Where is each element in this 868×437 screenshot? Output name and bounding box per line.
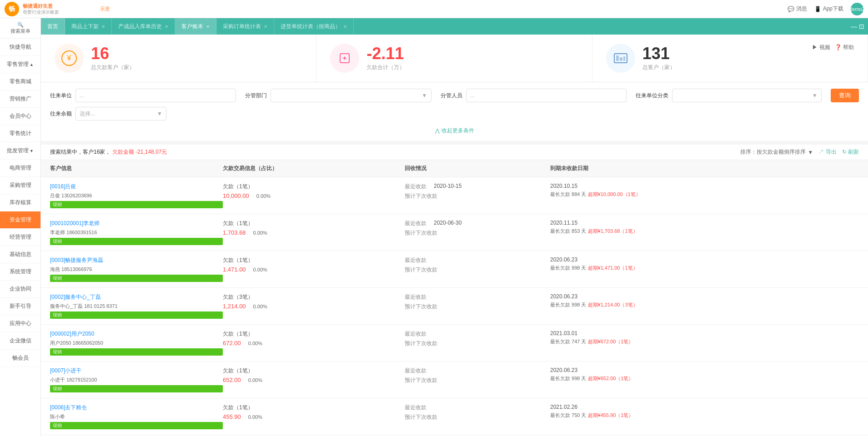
overdue-info-cell: 2020.06.23 最长欠款 998 天 超期¥652.00（1笔） (550, 367, 859, 392)
sidebar-item-operations[interactable]: 经营管理 (0, 229, 40, 246)
overdue-info-cell: 2020.06.23 最长欠款 998 天 超期¥1,214.00（3笔） (550, 293, 859, 319)
overdue-link[interactable]: 超期¥1,214.00（3笔） (588, 302, 638, 307)
message-btn[interactable]: 💬 消息 (788, 5, 807, 13)
unit-category-input[interactable]: ▼ (672, 89, 822, 102)
overdue-info-cell: 2020.11.15 最长欠款 853 天 超期¥1,703.68（1笔） (550, 220, 859, 245)
sidebar-item-beginner[interactable]: 新手引导 (0, 298, 40, 315)
tab-home[interactable]: 首页 (41, 18, 65, 35)
brand-link[interactable]: 示意 (100, 5, 110, 12)
customer-name[interactable]: [0003]畅捷服务尹海蕊 (50, 256, 223, 264)
sidebar-item-wholesale-mgmt[interactable]: 批发管理 ▼ (0, 142, 40, 160)
customer-contact: 服务中心_丁磊 181 0125 8371 (50, 303, 223, 310)
collapse-filter-btn[interactable]: ⋀ 收起更多条件 (50, 125, 859, 136)
overdue-link[interactable]: 超期¥1,471.00（1笔） (588, 265, 638, 271)
customer-tag: 现销 (50, 201, 223, 208)
debt-info-cell: 欠款（3笔） 1,214.00 0.00% (223, 293, 405, 319)
sidebar-item-enterprise-collab[interactable]: 企业协同 (0, 281, 40, 298)
sidebar: 🔍 搜索菜单 快捷导航 零售管理 ▲ 零售商城 营销推广 会员中心 零售统计 (0, 18, 41, 437)
tab-close-purchase-product-stats[interactable]: ✕ (343, 24, 347, 29)
brand-name: 畅捷通好生意 (23, 3, 59, 9)
video-btn[interactable]: ▶ 视频 (812, 44, 830, 51)
sidebar-item-basic-info[interactable]: 基础信息 (0, 246, 40, 263)
overdue-link[interactable]: 超期¥10,000.00（1笔） (588, 191, 641, 197)
tab-customer-ledger[interactable]: 客户账本 ✕ (175, 18, 216, 35)
table-row: [0006]去下粮仓 陈小希 现销 欠款（1笔） 455.90 0.00% 最近… (41, 398, 868, 435)
result-bar: 搜索结果中，客户16家， 欠款金额 -21,148.07元 排序：按欠款金额倒序… (41, 145, 868, 160)
person-input[interactable]: ... (466, 89, 627, 102)
overdue-link[interactable]: 超期¥652.00（1笔） (588, 376, 634, 381)
table-body: [0016]吕俊 吕俊 13026203696 现销 欠款（1笔） 10,000… (41, 177, 868, 437)
sidebar-item-retail-mall[interactable]: 零售商城 (0, 73, 40, 90)
balance-input[interactable]: 选择... ▼ (75, 107, 166, 121)
sidebar-item-inventory[interactable]: 库存核算 (0, 194, 40, 211)
overdue-link[interactable]: 超期¥672.00（1笔） (588, 339, 634, 344)
customer-name[interactable]: [0007]小进干 (50, 367, 223, 375)
table-row: [000001]黄思源 黄思源 13552700226 现销 欠款（1笔） 42… (41, 435, 868, 437)
stat-card-total-customers: 131 总客户（家） ▶ 视频 ❓ 帮助 (592, 35, 868, 82)
customer-name[interactable]: [000002]用户2050 (50, 330, 223, 338)
debt-label: 欠款（1笔） (223, 256, 405, 264)
overdue-date: 2020.06.23 (550, 256, 859, 263)
sort-dropdown[interactable]: 排序：按欠款金额倒序排序 ▼ (740, 148, 813, 156)
tab-close-purchase-stats[interactable]: ✕ (264, 24, 267, 29)
tab-minimize-icon[interactable]: — (851, 23, 857, 30)
col-debt-info: 欠款交易信息（占比） (223, 165, 405, 172)
sidebar-item-enterprise-wechat[interactable]: 企业微信 (0, 332, 40, 350)
tab-purchase-product-stats[interactable]: 进货单统计表（按商品） ✕ (274, 18, 354, 35)
tab-production-history[interactable]: 产成品入库单历史 ✕ (112, 18, 175, 35)
customer-name[interactable]: [0002]服务中心_丁磊 (50, 293, 223, 301)
overdue-link[interactable]: 超期¥1,703.68（1笔） (588, 228, 638, 234)
app-download-btn[interactable]: 📱 App下载 (814, 5, 843, 13)
table-header: 客户信息 欠款交易信息（占比） 回收情况 到期未收款日期 (41, 160, 868, 177)
tab-purchase-stats[interactable]: 采购订单统计表 ✕ (216, 18, 274, 35)
sidebar-item-system[interactable]: 系统管理 (0, 263, 40, 281)
help-btn[interactable]: ❓ 帮助 (835, 44, 854, 51)
balance-dropdown-icon: ▼ (157, 111, 162, 117)
sidebar-item-changhui[interactable]: 畅会员 (0, 350, 40, 367)
sidebar-item-app-center[interactable]: 应用中心 (0, 315, 40, 332)
filter-unit-category: 往来单位分类 ▼ (636, 89, 822, 102)
stat-card-debt-customers: ¥ 16 总欠款客户（家） (41, 35, 316, 82)
overdue-date: 2020.06.23 (550, 367, 859, 373)
sidebar-item-purchase-mgmt[interactable]: 采购管理 (0, 177, 40, 194)
sidebar-item-retail-stats[interactable]: 零售统计 (0, 125, 40, 142)
sidebar-item-member-center[interactable]: 会员中心 (0, 108, 40, 125)
customer-name[interactable]: [0001020001]李老师 (50, 220, 223, 227)
debt-amount: 652.00 (223, 377, 241, 383)
debt-customers-label: 总欠款客户（家） (91, 64, 135, 71)
sidebar-item-marketing[interactable]: 营销推广 (0, 90, 40, 108)
tab-close-production-history[interactable]: ✕ (165, 24, 168, 29)
customer-name[interactable]: [0006]去下粮仓 (50, 404, 223, 412)
next-collect-label: 预计下次收款 (405, 377, 437, 384)
dept-label: 分管部门 (245, 92, 267, 100)
sidebar-item-ecommerce[interactable]: 电商管理 (0, 160, 40, 177)
tab-close-product-listing[interactable]: ✕ (101, 24, 105, 29)
tab-maximize-icon[interactable]: ⊡ (859, 23, 864, 30)
customer-name[interactable]: [0016]吕俊 (50, 183, 223, 191)
sidebar-item-quick-nav[interactable]: 快捷导航 (0, 39, 40, 56)
person-label: 分管人员 (441, 92, 462, 100)
sidebar-search[interactable]: 🔍 搜索菜单 (0, 18, 40, 39)
export-btn[interactable]: ↗ 导出 (818, 148, 836, 156)
last-collect-label: 最近收款 (405, 256, 426, 264)
col-overdue-date: 到期未收款日期 (550, 165, 859, 172)
from-unit-input[interactable]: ... (75, 89, 236, 102)
customer-tag: 现销 (50, 422, 223, 429)
refresh-btn[interactable]: ↻ 刷新 (842, 148, 859, 156)
dept-input[interactable]: ▼ (271, 89, 431, 102)
debt-percent: 0.00% (256, 193, 271, 199)
recovery-info-cell: 最近收款 预计下次收款 (405, 367, 550, 392)
tab-close-customer-ledger[interactable]: ✕ (206, 24, 210, 29)
overdue-days: 最长欠款 750 天 (550, 412, 588, 418)
overdue-link[interactable]: 超期¥455.90（1笔） (588, 412, 634, 418)
user-avatar[interactable]: demo2 (851, 3, 863, 15)
col-customer-info: 客户信息 (50, 165, 223, 172)
sidebar-item-finance[interactable]: 资金管理 (0, 211, 40, 229)
overdue-date: 2020.10.15 (550, 183, 859, 189)
sidebar-item-retail-mgmt[interactable]: 零售管理 ▲ (0, 56, 40, 73)
debt-amount: 1,471.00 (223, 266, 246, 273)
customer-contact: 海燕 18513066976 (50, 266, 223, 273)
search-button[interactable]: 查询 (831, 89, 859, 102)
customer-tag: 现销 (50, 311, 223, 319)
tab-product-listing[interactable]: 商品上下架 ✕ (65, 18, 112, 35)
